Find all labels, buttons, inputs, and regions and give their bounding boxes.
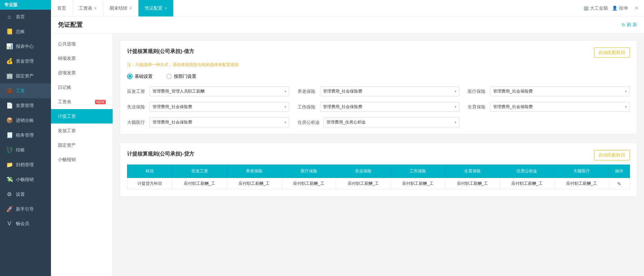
sidebar-item-settings[interactable]: ⚙设置	[0, 187, 51, 202]
credit-auto-match-button[interactable]: 自动匹配科目	[594, 150, 630, 160]
table-cell[interactable]: 应付职工薪酬_工	[391, 178, 445, 190]
tab-payroll[interactable]: 工资表 ×	[73, 0, 103, 17]
left-nav-item-public-options[interactable]: 公共选项	[51, 37, 113, 51]
chevron-down-icon: ▾	[284, 120, 286, 124]
field-select[interactable]: 管理费用_社会保险费 ▾	[149, 102, 289, 112]
debit-fields-grid: 应发工资 管理费用_管理人员职工薪酬 ▾ 养老保险 管理费用_社会保险费 ▾ 医…	[127, 86, 630, 127]
field-select[interactable]: 管理费用_社会保险费 ▾	[320, 86, 460, 96]
tab-close-btn[interactable]: ×	[129, 6, 132, 11]
field-select[interactable]: 管理费用_管理人员职工薪酬 ▾	[149, 86, 289, 96]
debit-field-生育保险: 生育保险 管理费用_社会保险费 ▾	[468, 102, 630, 112]
topbar-close-btn[interactable]: ✕	[635, 6, 644, 11]
tab-period-close[interactable]: 期末结转 ×	[103, 0, 138, 17]
sidebar-item-label: 小畅报销	[16, 177, 34, 183]
table-header: 科目	[127, 165, 173, 178]
refresh-button[interactable]: ↻ 刷 新	[622, 22, 637, 28]
radio-basic[interactable]: 基础设置	[127, 73, 153, 79]
sidebar-item-label: 固定资产	[16, 73, 34, 79]
member-icon: V	[6, 221, 12, 227]
field-select[interactable]: 管理费用_社会保险费 ▾	[490, 86, 630, 96]
left-nav-item-payroll-table[interactable]: 工资表NEW	[51, 95, 113, 109]
radio-by-dept-label: 按部门设置	[174, 73, 196, 79]
left-nav-item-sales-invoice[interactable]: 销项发票	[51, 51, 113, 66]
tab-voucher-config[interactable]: 凭证配置 ×	[138, 0, 174, 17]
sidebar-item-purchase-sale[interactable]: 📦进销台账	[0, 113, 51, 128]
chevron-down-icon: ▾	[455, 89, 456, 93]
user-label: 👤 徐坤	[612, 5, 628, 11]
table-header: 养老保险	[227, 165, 281, 178]
field-label: 医疗保险	[468, 88, 487, 95]
field-select-value: 管理费用_社会保险费	[323, 88, 363, 94]
chevron-down-icon: ▾	[284, 105, 286, 109]
sidebar-item-label: 新手引导	[16, 206, 34, 212]
left-nav-item-accrual-salary[interactable]: 计提工资	[51, 109, 113, 124]
field-label: 大额医疗	[127, 119, 146, 126]
field-select-value: 管理费用_社会保险费	[323, 104, 363, 110]
home-icon: ⌂	[6, 14, 12, 20]
field-label: 住房公积金	[298, 119, 320, 126]
credit-section: 计提核算规则(公司承担)-贷方 自动匹配科目 科目应发工资养老保险医疗保险失业保…	[120, 143, 637, 197]
sidebar: 专业版 ⌂首页📒总账📊报表中心💰资金管理🏢固定资产💼工资📄发票管理📦进销台账🧾税…	[0, 0, 51, 276]
field-select[interactable]: 管理费用_社会保险费 ▾	[320, 102, 460, 112]
table-cell[interactable]: 应付职工薪酬_工	[445, 178, 500, 190]
table-cell[interactable]: 应付职工薪酬_工	[500, 178, 554, 190]
table-header: 生育保险	[445, 165, 500, 178]
tab-home[interactable]: 首页	[51, 0, 73, 17]
left-nav-item-xiaochang-expense[interactable]: 小畅报销	[51, 152, 113, 167]
table-cell[interactable]: 应付职工薪酬_工	[227, 178, 281, 190]
tab-label: 首页	[57, 5, 66, 11]
main-content: 首页工资表 ×期末结转 ×凭证配置 × 🏢 大工金额 👤 徐坤 ✕ 凭证配置 ↻…	[51, 0, 644, 276]
table-action-cell[interactable]: ✎	[609, 178, 630, 190]
credit-section-title: 计提核算规则(公司承担)-贷方	[127, 151, 194, 157]
sidebar-item-fund-management[interactable]: 💰资金管理	[0, 54, 51, 68]
field-label: 工伤保险	[298, 104, 316, 110]
table-cell[interactable]: 应付职工薪酬_工	[172, 178, 227, 190]
debit-field-工伤保险: 工伤保险 管理费用_社会保险费 ▾	[298, 102, 460, 112]
field-select[interactable]: 管理费用_社会保险费 ▾	[149, 117, 289, 127]
credit-section-header: 计提核算规则(公司承担)-贷方 自动匹配科目	[127, 150, 630, 160]
sidebar-item-new-guide[interactable]: 🚀新手引导	[0, 202, 51, 216]
purchase-sale-icon: 📦	[6, 117, 12, 124]
tab-label: 工资表	[79, 5, 92, 11]
debit-auto-match-button[interactable]: 自动匹配科目	[594, 47, 630, 58]
field-select[interactable]: 管理费用_住房公积金 ▾	[323, 117, 460, 127]
sidebar-item-invoice-management[interactable]: 📄发票管理	[0, 98, 51, 113]
left-nav-label: 进项发票	[58, 70, 76, 76]
table-header: 操作	[609, 165, 630, 178]
field-select-value: 管理费用_社会保险费	[493, 88, 533, 94]
table-cell[interactable]: 应付职工薪酬_工	[554, 178, 609, 190]
left-nav-item-purchase-invoice[interactable]: 进项发票	[51, 66, 113, 80]
table-cell[interactable]: 应付职工薪酬_工	[336, 178, 391, 190]
sidebar-item-report-center[interactable]: 📊报表中心	[0, 39, 51, 54]
xiaochang-expense-icon: 💸	[6, 176, 12, 183]
main-panel: 计提核算规则(公司承担)-借方 自动匹配科目 注：只能选择一种方式，系统将按照您…	[113, 33, 644, 276]
left-nav-item-journal[interactable]: 日记账	[51, 80, 113, 95]
sidebar-item-tax-management[interactable]: 🧾税务管理	[0, 128, 51, 142]
sidebar-item-fixed-assets[interactable]: 🏢固定资产	[0, 68, 51, 83]
tab-label: 期末结转	[110, 5, 127, 11]
debit-section-title: 计提核算规则(公司承担)-借方	[127, 48, 194, 55]
edit-icon[interactable]: ✎	[617, 181, 621, 187]
tab-close-btn[interactable]: ×	[94, 6, 97, 11]
left-nav-item-pay-salary[interactable]: 发放工资	[51, 124, 113, 138]
sidebar-item-member[interactable]: V畅会员	[0, 216, 51, 231]
radio-by-dept[interactable]: 按部门设置	[166, 73, 196, 79]
sidebar-item-home[interactable]: ⌂首页	[0, 10, 51, 24]
debit-notice: 注：只能选择一种方式，系统将按照您当前的选择来配置规则	[127, 62, 630, 68]
sidebar-item-archive-management[interactable]: 📁归档管理	[0, 157, 51, 172]
field-select[interactable]: 管理费用_社会保险费 ▾	[490, 102, 630, 112]
tab-label: 凭证配置	[145, 5, 163, 11]
sidebar-item-salary[interactable]: 💼工资	[0, 83, 51, 98]
sidebar-item-general-ledger[interactable]: 📒总账	[0, 24, 51, 39]
tab-close-btn[interactable]: ×	[165, 6, 167, 11]
sidebar-item-xiaochang-expense[interactable]: 💸小畅报销	[0, 172, 51, 187]
field-label: 养老保险	[298, 88, 316, 95]
table-cell[interactable]: 应付职工薪酬_工	[281, 178, 336, 190]
tax-management-icon: 🧾	[6, 132, 12, 138]
chevron-down-icon: ▾	[625, 89, 627, 93]
sidebar-item-settlement[interactable]: 💱结账	[0, 142, 51, 157]
field-label: 失业保险	[127, 104, 146, 110]
left-nav-item-fixed-assets[interactable]: 固定资产	[51, 138, 113, 152]
left-nav-label: 公共选项	[58, 41, 76, 47]
sidebar-item-label: 首页	[16, 14, 25, 20]
